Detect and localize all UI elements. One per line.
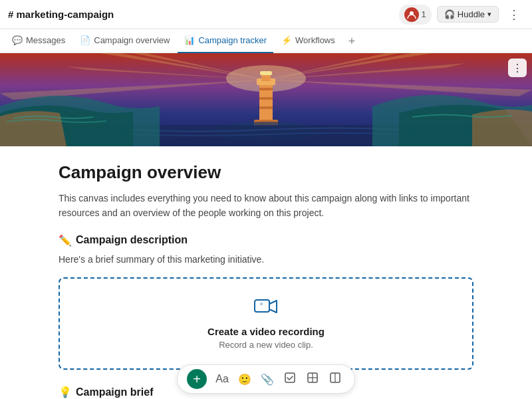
table-icon [307, 372, 319, 386]
table-button[interactable] [303, 369, 323, 389]
layout-button[interactable] [325, 369, 345, 389]
hero-image: ⋮ [0, 53, 532, 146]
attachment-button[interactable]: 📎 [257, 369, 277, 389]
headphone-icon: 🎧 [444, 9, 455, 19]
tab-campaign-tracker-label: Campaign tracker [198, 35, 267, 45]
campaign-description-heading: ✏️ Campaign description [59, 234, 473, 247]
avatar-count: 1 [422, 9, 426, 19]
campaign-description-emoji: ✏️ [59, 234, 72, 247]
more-icon: ⋮ [508, 8, 520, 21]
video-recording-box[interactable]: Create a video recording Record a new vi… [59, 277, 473, 370]
tab-messages-label: Messages [26, 35, 65, 45]
messages-tab-icon: 💬 [12, 35, 23, 45]
checkbox-button[interactable] [280, 369, 300, 389]
svg-rect-11 [259, 81, 273, 121]
text-format-icon: Aa [215, 373, 229, 385]
intro-text: This canvas includes everything you need… [59, 191, 473, 221]
attachment-icon: 📎 [261, 373, 274, 386]
campaign-overview-tab-icon: 📄 [80, 35, 90, 45]
emoji-icon: 🙂 [238, 373, 251, 386]
tab-workflows-label: Workflows [295, 35, 335, 45]
video-box-subtitle: Record a new video clip. [219, 340, 313, 350]
top-bar: # marketing-campaign 1 🎧 Huddle ▾ ⋮ [0, 0, 532, 29]
svg-point-22 [260, 303, 263, 305]
huddle-label: Huddle [458, 9, 485, 19]
checkbox-icon [284, 372, 296, 386]
campaign-brief-emoji: 💡 [59, 386, 72, 398]
tab-messages[interactable]: 💬 Messages [5, 29, 72, 53]
emoji-button[interactable]: 🙂 [235, 369, 255, 389]
bottom-toolbar: + Aa 🙂 📎 [177, 364, 355, 394]
campaign-description-text: Here's a brief summary of this marketing… [59, 252, 473, 267]
tab-campaign-tracker[interactable]: 📊 Campaign tracker [178, 29, 273, 53]
tab-bar: 💬 Messages 📄 Campaign overview 📊 Campaig… [0, 29, 532, 53]
video-box-title: Create a video recording [207, 326, 325, 337]
content-area: Campaign overview This canvas includes e… [0, 146, 532, 399]
huddle-button[interactable]: 🎧 Huddle ▾ [437, 6, 499, 23]
plus-button[interactable]: + [187, 369, 207, 389]
workflows-tab-icon: ⚡ [281, 35, 292, 45]
avatar-group[interactable]: 1 [399, 5, 432, 25]
svg-rect-16 [259, 97, 273, 100]
add-tab-button[interactable]: + [343, 29, 361, 53]
svg-rect-15 [259, 88, 273, 90]
svg-rect-14 [260, 71, 272, 75]
page-title: Campaign overview [59, 162, 473, 183]
video-camera-icon [254, 297, 278, 321]
tab-campaign-overview[interactable]: 📄 Campaign overview [73, 29, 176, 53]
top-bar-right: 1 🎧 Huddle ▾ ⋮ [399, 5, 524, 25]
layout-icon [329, 372, 341, 386]
avatar-icon [404, 7, 419, 22]
svg-rect-26 [285, 373, 295, 382]
header-more-button[interactable]: ⋮ [504, 5, 524, 25]
svg-rect-17 [259, 106, 273, 109]
plus-icon: + [193, 372, 201, 387]
hero-more-button[interactable]: ⋮ [508, 59, 527, 77]
campaign-tracker-tab-icon: 📊 [184, 35, 195, 45]
tab-campaign-overview-label: Campaign overview [94, 35, 170, 45]
tab-workflows[interactable]: ⚡ Workflows [275, 29, 342, 53]
svg-rect-21 [255, 300, 269, 312]
text-format-button[interactable]: Aa [212, 369, 232, 389]
chevron-down-icon: ▾ [487, 10, 491, 19]
channel-name: # marketing-campaign [8, 9, 114, 20]
hero-more-icon: ⋮ [512, 62, 523, 74]
campaign-brief-label: Campaign brief [76, 386, 153, 398]
campaign-description-label: Campaign description [76, 234, 188, 246]
